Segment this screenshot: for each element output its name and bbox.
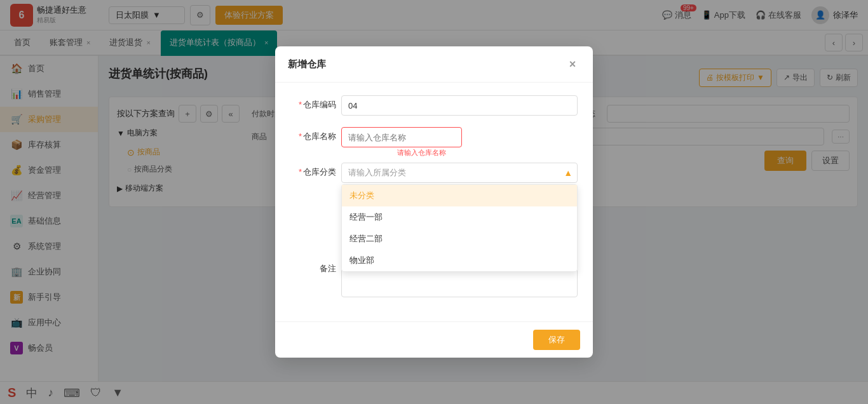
code-label: 仓库编码 [290, 95, 341, 111]
name-input-wrapper: 请输入仓库名称 [341, 127, 578, 147]
code-input[interactable] [341, 95, 578, 116]
modal-close-button[interactable]: × [565, 57, 580, 72]
form-row-category: 仓库分类 请输入所属分类 ▲ 未分类 经营一部 经营二部 物业部 [290, 163, 578, 183]
dropdown-item-3[interactable]: 物业部 [342, 250, 577, 271]
modal-title: 新增仓库 [288, 58, 326, 71]
modal-overlay: 新增仓库 × 仓库编码 仓库名称 请输入仓库名称 仓库分类 [0, 0, 868, 404]
save-button[interactable]: 保存 [533, 330, 580, 350]
dropdown-item-0[interactable]: 未分类 [342, 185, 577, 206]
select-arrow-icon: ▲ [564, 168, 573, 178]
category-dropdown: 未分类 经营一部 经营二部 物业部 [341, 184, 578, 272]
name-label: 仓库名称 [290, 127, 341, 142]
name-error-message: 请输入仓库名称 [397, 148, 446, 158]
modal-footer: 保存 [275, 321, 593, 358]
category-select-wrapper: 请输入所属分类 ▲ 未分类 经营一部 经营二部 物业部 [341, 163, 578, 183]
category-label: 仓库分类 [290, 163, 341, 178]
notes-label: 备注 [290, 259, 341, 274]
add-warehouse-modal: 新增仓库 × 仓库编码 仓库名称 请输入仓库名称 仓库分类 [275, 46, 593, 358]
modal-body: 仓库编码 仓库名称 请输入仓库名称 仓库分类 请输入所属分类 ▲ [275, 83, 593, 321]
name-input[interactable] [341, 127, 462, 147]
dropdown-item-2[interactable]: 经营二部 [342, 228, 577, 250]
category-placeholder: 请输入所属分类 [348, 167, 406, 178]
dropdown-item-1[interactable]: 经营一部 [342, 206, 577, 228]
form-row-code: 仓库编码 [290, 95, 578, 116]
category-select-input[interactable]: 请输入所属分类 [341, 163, 578, 183]
modal-header: 新增仓库 × [275, 46, 593, 83]
form-row-name: 仓库名称 请输入仓库名称 [290, 127, 578, 147]
